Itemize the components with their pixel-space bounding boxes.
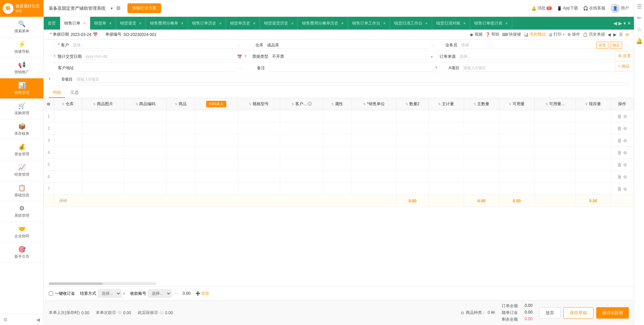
row-delete-icon[interactable]: 🗑	[617, 186, 622, 192]
tab-close-icon[interactable]: ✕	[383, 22, 386, 25]
warehouse-dots-icon[interactable]: ···	[431, 43, 434, 48]
right-panel-icon-3[interactable]: ☆	[637, 26, 642, 33]
row-copy-icon[interactable]: ⊕	[623, 162, 627, 167]
tab-close-all-icon[interactable]: ✕	[627, 21, 631, 26]
tab-close-icon[interactable]: ✕	[253, 22, 256, 25]
tab-close-icon[interactable]: ✕	[505, 22, 508, 25]
one-click-checkbox[interactable]	[49, 291, 53, 296]
goods-float-btn[interactable]: + 物品	[615, 62, 634, 71]
customer-address-input[interactable]	[76, 65, 236, 72]
invoice-type-input[interactable]	[270, 53, 429, 60]
notifications-item[interactable]: 🔔 消息 9	[531, 5, 552, 11]
a-project-input[interactable]	[461, 65, 624, 72]
address-dots-icon[interactable]: ···	[239, 66, 242, 71]
online-support-item[interactable]: 🎧 在线客服	[583, 5, 605, 11]
tab-钱货日清对账[interactable]: 钱货日清对账✕	[432, 17, 470, 30]
tab-销货单历史[interactable]: 销货单历史✕	[226, 17, 260, 30]
tab-next-icon[interactable]: ▶	[618, 21, 622, 26]
remarks-input[interactable]	[267, 65, 433, 72]
help-btn[interactable]: ❓ 帮助	[485, 32, 499, 37]
tab-销售订单统计表[interactable]: 销售订单统计表✕	[470, 17, 512, 30]
order-source-input[interactable]	[458, 53, 617, 60]
right-panel-icon-2[interactable]: ✏	[637, 15, 641, 21]
row-delete-icon[interactable]: 🗑	[617, 150, 622, 155]
tab-销货退货[interactable]: 销货退货✕	[116, 17, 146, 30]
col-settings[interactable]: ⚙	[44, 98, 54, 110]
tab-close-icon[interactable]: ✕	[341, 22, 344, 25]
sidebar-item-采购管理[interactable]: 🛒采购管理	[0, 99, 43, 119]
salesperson-dots-icon[interactable]: ···	[626, 43, 629, 48]
operation-btn[interactable]: ⚙ 操作	[567, 32, 580, 37]
receipt-account-select[interactable]: 选择...	[148, 289, 172, 297]
row-copy-icon[interactable]: ⊕	[623, 174, 627, 179]
tab-销售费用分摊单历史[interactable]: 销售费用分摊单历史✕	[298, 17, 348, 30]
row-delete-icon[interactable]: 🗑	[617, 126, 622, 131]
list-view-icon[interactable]: ☰	[619, 32, 623, 37]
row-copy-icon[interactable]: ⊕	[623, 114, 627, 119]
save-new-button[interactable]: 保存&新增	[596, 307, 629, 319]
print-btn[interactable]: 🖨 打印 ▾	[548, 32, 565, 37]
topbar-gear-icon[interactable]: ⚙	[116, 5, 121, 11]
delivery-date-input[interactable]	[84, 53, 235, 60]
row-copy-icon[interactable]: ⊕	[623, 126, 627, 131]
detail-tab-汇总[interactable]: 汇总	[67, 88, 83, 98]
tab-close-icon[interactable]: ✕	[109, 22, 112, 25]
setup-btn[interactable]: 设置	[596, 42, 608, 49]
sidebar-collapse-icon[interactable]: ◀	[36, 317, 40, 322]
sidebar-item-库存核算[interactable]: 📦库存核算	[0, 119, 43, 140]
tab-close-icon[interactable]: ✕	[425, 22, 428, 25]
row-delete-icon[interactable]: 🗑	[617, 114, 622, 119]
discard-button[interactable]: 放弃	[539, 307, 561, 319]
sidebar-item-销售管理[interactable]: 📊销售管理	[0, 78, 43, 99]
scrollbar[interactable]	[49, 282, 156, 285]
tab-销售订单工作台[interactable]: 销售订单工作台✕	[348, 17, 390, 30]
grid-view-icon[interactable]: ⊞	[626, 32, 629, 37]
tab-销售费用分摊单[interactable]: 销售费用分摊单✕	[146, 17, 188, 30]
view-btn[interactable]: ▶ 视频	[470, 32, 483, 37]
sidebar-item-资金管理[interactable]: 💰资金管理	[0, 140, 43, 160]
scan-entry-btn[interactable]: 扫码录入	[206, 101, 226, 107]
solution-button[interactable]: 体验行业方案	[127, 3, 161, 13]
scrollbar-thumb[interactable]	[49, 282, 103, 285]
tab-close-icon[interactable]: ✕	[463, 22, 466, 25]
tab-首页[interactable]: 首页	[44, 17, 60, 30]
profit-btn[interactable]: 📊 毛利预估	[524, 32, 546, 37]
tab-close-icon[interactable]: ✕	[139, 22, 142, 25]
tab-close-icon[interactable]: ✕	[83, 22, 86, 25]
tab-close-icon[interactable]: ✕	[291, 22, 294, 25]
row-delete-icon[interactable]: 🗑	[617, 174, 622, 179]
payment-method-select[interactable]: 选择...	[98, 289, 121, 297]
row-copy-icon[interactable]: ⊕	[623, 138, 627, 143]
setup-float-btn[interactable]: ⚙ 设置	[615, 51, 634, 61]
receipt-account-dots-icon[interactable]: ···	[174, 291, 178, 296]
sidebar-settings-icon[interactable]: ⚙	[3, 317, 8, 322]
prev-record-icon[interactable]: ◀	[608, 32, 611, 37]
tab-menu-icon[interactable]: ▾	[623, 21, 626, 26]
delivery-date-calendar-icon[interactable]: 📅	[237, 54, 242, 59]
tab-prev-icon[interactable]: ◀	[613, 21, 617, 26]
detail-tab-明细[interactable]: 明细	[49, 88, 65, 98]
next-record-icon[interactable]: ▶	[613, 32, 616, 37]
current-debt-q-icon[interactable]: ⓪	[118, 310, 121, 315]
tab-钱货日清工作台[interactable]: 钱货日清工作台✕	[390, 17, 432, 30]
app-download-item[interactable]: 📱 App下载	[557, 5, 578, 11]
system-title-dropdown[interactable]: ▾	[111, 6, 113, 11]
row-delete-icon[interactable]: 🗑	[617, 162, 622, 167]
warehouse-input[interactable]	[265, 42, 428, 49]
tab-销货退货历史[interactable]: 销货退货历史✕	[260, 17, 298, 30]
shortcut-btn[interactable]: ⌨ 快捷键	[502, 32, 521, 37]
tab-销售订单历史[interactable]: 销售订单历史✕	[188, 17, 226, 30]
sidebar-item-搜索菜单[interactable]: 🔍搜索菜单	[0, 17, 43, 37]
row-copy-icon[interactable]: ⊕	[623, 186, 627, 192]
tab-close-icon[interactable]: ✕	[181, 22, 184, 25]
customer-input[interactable]	[71, 42, 234, 49]
sidebar-item-基础信息[interactable]: 📋基础信息	[0, 181, 43, 201]
history-btn[interactable]: 📋 历史单据	[583, 32, 605, 37]
b-project-input[interactable]	[75, 76, 629, 83]
tab-销货单[interactable]: 销货单✕	[90, 17, 116, 30]
sidebar-item-企业协同[interactable]: 🤝企业协同	[0, 222, 43, 242]
invoice-type-dropdown-icon[interactable]: ▾	[431, 54, 433, 59]
sidebar-item-营销推广[interactable]: 📢营销推广	[0, 58, 43, 78]
right-panel-icon-4[interactable]: 🔔	[636, 38, 643, 44]
tab-销售订单[interactable]: 销售订单✕	[60, 17, 90, 30]
